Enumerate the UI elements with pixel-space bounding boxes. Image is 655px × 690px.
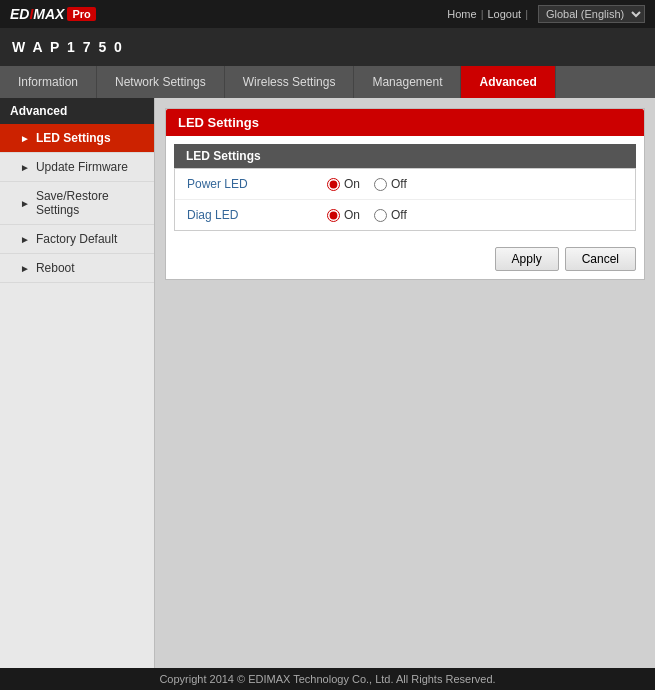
sidebar-label-factory: Factory Default (36, 232, 117, 246)
sidebar: Advanced ► LED Settings ► Update Firmwar… (0, 98, 155, 668)
diag-led-row: Diag LED On Off (175, 200, 635, 230)
section-header: LED Settings (166, 109, 644, 136)
diag-led-off-label: Off (391, 208, 407, 222)
sidebar-item-reboot[interactable]: ► Reboot (0, 254, 154, 283)
topbar: EDIMAX Pro Home | Logout | Global (Engli… (0, 0, 655, 28)
device-name: W A P 1 7 5 0 (12, 39, 643, 55)
diag-led-on-radio[interactable] (327, 209, 340, 222)
inner-header: LED Settings (174, 144, 636, 168)
sep1: | (481, 8, 484, 20)
nav-wireless-settings[interactable]: Wireless Settings (225, 66, 355, 98)
arrow-icon: ► (20, 133, 30, 144)
power-led-radio-group: On Off (327, 177, 407, 191)
sidebar-label-reboot: Reboot (36, 261, 75, 275)
content-area: LED Settings LED Settings Power LED On O… (155, 98, 655, 668)
diag-led-radio-group: On Off (327, 208, 407, 222)
diag-led-label: Diag LED (187, 208, 327, 222)
sidebar-item-led-settings[interactable]: ► LED Settings (0, 124, 154, 153)
sep2: | (525, 8, 528, 20)
power-led-row: Power LED On Off (175, 169, 635, 200)
diag-led-off-option[interactable]: Off (374, 208, 407, 222)
nav-management[interactable]: Management (354, 66, 461, 98)
power-led-off-radio[interactable] (374, 178, 387, 191)
nav-information[interactable]: Information (0, 66, 97, 98)
arrow-icon-5: ► (20, 263, 30, 274)
content-box: LED Settings LED Settings Power LED On O… (165, 108, 645, 280)
nav-advanced[interactable]: Advanced (461, 66, 555, 98)
device-header: W A P 1 7 5 0 (0, 28, 655, 66)
sidebar-item-update-firmware[interactable]: ► Update Firmware (0, 153, 154, 182)
power-led-off-option[interactable]: Off (374, 177, 407, 191)
power-led-on-label: On (344, 177, 360, 191)
main-layout: Advanced ► LED Settings ► Update Firmwar… (0, 98, 655, 668)
sidebar-label-save: Save/Restore Settings (36, 189, 144, 217)
logo-edimax: EDIMAX (10, 6, 64, 22)
logout-link[interactable]: Logout (487, 8, 521, 20)
sidebar-label-led: LED Settings (36, 131, 111, 145)
top-links: Home | Logout | Global (English) (447, 5, 645, 23)
arrow-icon-3: ► (20, 198, 30, 209)
diag-led-on-label: On (344, 208, 360, 222)
settings-table: Power LED On Off Diag LED (174, 168, 636, 231)
power-led-label: Power LED (187, 177, 327, 191)
arrow-icon-2: ► (20, 162, 30, 173)
footer: Copyright 2014 © EDIMAX Technology Co., … (0, 668, 655, 690)
home-link[interactable]: Home (447, 8, 476, 20)
navbar: Information Network Settings Wireless Se… (0, 66, 655, 98)
language-select[interactable]: Global (English) (538, 5, 645, 23)
cancel-button[interactable]: Cancel (565, 247, 636, 271)
power-led-on-option[interactable]: On (327, 177, 360, 191)
power-led-on-radio[interactable] (327, 178, 340, 191)
sidebar-item-save-restore[interactable]: ► Save/Restore Settings (0, 182, 154, 225)
apply-button[interactable]: Apply (495, 247, 559, 271)
arrow-icon-4: ► (20, 234, 30, 245)
diag-led-on-option[interactable]: On (327, 208, 360, 222)
logo-pro: Pro (67, 7, 95, 21)
sidebar-title: Advanced (0, 98, 154, 124)
sidebar-label-firmware: Update Firmware (36, 160, 128, 174)
button-row: Apply Cancel (166, 239, 644, 279)
nav-network-settings[interactable]: Network Settings (97, 66, 225, 98)
logo: EDIMAX Pro (10, 6, 96, 22)
footer-text: Copyright 2014 © EDIMAX Technology Co., … (159, 673, 495, 685)
power-led-off-label: Off (391, 177, 407, 191)
diag-led-off-radio[interactable] (374, 209, 387, 222)
sidebar-item-factory-default[interactable]: ► Factory Default (0, 225, 154, 254)
